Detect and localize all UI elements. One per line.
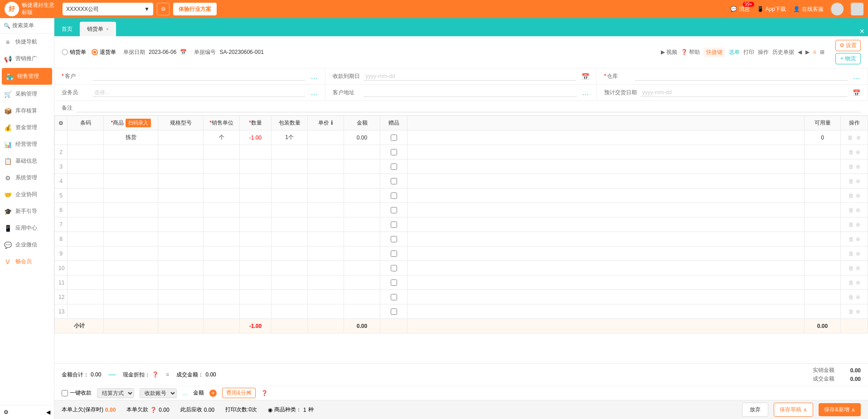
sidebar-item-member[interactable]: V 畅会员 [0,253,54,270]
row2-delete-icon[interactable]: 🗑 [849,149,854,155]
expense-button[interactable]: 费用&分摊 [222,388,256,398]
row5-delete-icon[interactable]: 🗑 [849,193,854,199]
sidebar-search[interactable]: 🔍 搜索菜单 [0,18,54,34]
save-draft-button[interactable]: 保存草稿 ∧ [774,403,813,417]
radio-return[interactable]: 退货单 [92,48,116,56]
sidebar-item-sales[interactable]: 🏪 销售管理 [2,68,52,85]
row1-gift-checkbox[interactable] [391,135,397,141]
customer-input[interactable] [92,72,305,81]
row4-delete-icon[interactable]: 🗑 [849,178,854,184]
avatar[interactable] [831,3,844,15]
row8-gift-checkbox[interactable] [391,236,397,242]
payment-method-select[interactable]: 结算方式 [97,388,134,398]
sidebar-collapse-icon[interactable]: ◀ [46,409,50,415]
row3-gift-checkbox[interactable] [391,164,397,170]
row3-delete-icon[interactable]: 🗑 [849,164,854,170]
row11-delete-icon[interactable]: 🗑 [849,279,854,286]
sidebar-item-quick-nav[interactable]: ≡ 快捷导航 [0,34,54,50]
row2-copy-icon[interactable]: ⊕ [856,149,860,155]
message-button[interactable]: 💬 消息 99+ [730,5,750,13]
help-btn[interactable]: ❓ 帮助 [681,48,700,56]
print-btn[interactable]: 打印 [743,48,754,56]
row1-qty[interactable]: -1.00 [240,130,272,145]
delivery-date-calendar-icon[interactable]: 📅 [853,89,860,96]
row9-delete-icon[interactable]: 🗑 [849,250,854,257]
row7-delete-icon[interactable]: 🗑 [849,222,854,228]
row10-delete-icon[interactable]: 🗑 [849,265,854,271]
save-new-button[interactable]: 保存&新增 ∧ [819,403,861,416]
add-payment-button[interactable]: + [209,390,217,397]
row6-delete-icon[interactable]: 🗑 [849,207,854,213]
delivery-date-input[interactable] [640,88,847,97]
payment-account-select[interactable]: 收款账号 [140,388,177,398]
sidebar-item-system[interactable]: ⚙ 系统管理 [0,169,54,186]
row11-gift-checkbox[interactable] [391,279,397,286]
app-download-button[interactable]: 📱 App下载 [757,5,786,13]
online-service-button[interactable]: 👤 在线客服 [793,5,824,13]
note-input[interactable] [76,104,861,112]
sidebar-item-wechat[interactable]: 💬 企业微信 [0,236,54,253]
row13-delete-icon[interactable]: 🗑 [849,308,854,315]
expense-help-icon[interactable]: ❓ [261,390,268,396]
company-selector[interactable]: XXXXXX公司 ▼ [63,3,153,15]
scan-button[interactable]: 扫码录入 [126,119,151,127]
logistics-button[interactable]: + 物流 [835,53,861,64]
sidebar-item-operations[interactable]: 📊 经营管理 [0,136,54,153]
arrears-question[interactable]: ❓ [150,407,157,413]
tab-close-icon[interactable]: × [106,27,109,32]
row1-delete-icon[interactable]: 🗑 [848,135,853,141]
user-menu[interactable] [851,3,863,15]
shortcut-btn[interactable]: 快捷键 [703,48,725,57]
due-date-calendar-icon[interactable]: 📅 [582,73,589,80]
row5-gift-checkbox[interactable] [391,193,397,199]
row7-gift-checkbox[interactable] [391,222,397,228]
row10-gift-checkbox[interactable] [391,265,397,271]
radio-sale[interactable]: 销货单 [62,48,86,56]
row1-price[interactable] [308,130,344,145]
tab-close-all[interactable]: × [859,27,868,36]
salesperson-dots-icon[interactable]: … [310,89,318,97]
sidebar-item-purchase[interactable]: 🛒 采购管理 [0,86,54,102]
sidebar-item-basic-info[interactable]: 📋 基础信息 [0,153,54,169]
one-click-payment[interactable]: 一键收款 [62,389,92,397]
doc-settings-button[interactable]: ⚙ 设置 [835,40,861,51]
row5-copy-icon[interactable]: ⊕ [856,193,860,199]
row4-gift-checkbox[interactable] [391,178,397,184]
nav-right-icon[interactable]: ▶ [805,49,810,55]
row13-copy-icon[interactable]: ⊕ [856,308,860,315]
sidebar-item-finance[interactable]: 💰 资金管理 [0,119,54,136]
warehouse-input[interactable]: 建材仓 [635,72,848,81]
salesperson-input[interactable] [92,88,305,97]
address-dots-icon[interactable]: … [582,89,589,97]
row8-copy-icon[interactable]: ⊕ [856,236,860,242]
row10-copy-icon[interactable]: ⊕ [856,265,860,271]
video-btn[interactable]: ▶ 视频 [661,48,677,56]
due-date-input[interactable] [364,72,576,81]
question-icon[interactable]: ❓ [152,371,159,378]
row1-gift[interactable] [380,130,407,145]
row6-gift-checkbox[interactable] [391,207,397,213]
row11-copy-icon[interactable]: ⊕ [856,279,860,286]
row12-gift-checkbox[interactable] [391,294,397,300]
settings-icon[interactable]: ⚙ [157,3,170,15]
one-click-checkbox[interactable] [62,390,68,396]
row8-delete-icon[interactable]: 🗑 [849,236,854,242]
row9-gift-checkbox[interactable] [391,250,397,257]
sidebar-item-marketing[interactable]: 📢 营销推广 [0,50,54,67]
sidebar-item-app-center[interactable]: 📱 应用中心 [0,220,54,236]
row1-amount[interactable]: 0.00 [344,130,380,145]
customer-dots-icon[interactable]: … [310,72,318,81]
row1-product[interactable]: 拣货 [104,130,158,145]
tab-sale-order[interactable]: 销货单 × [80,22,116,36]
row13-gift-checkbox[interactable] [391,308,397,315]
sidebar-item-guide[interactable]: 🎓 新手引导 [0,203,54,220]
sidebar-settings-icon[interactable]: ⚙ [4,409,9,415]
row1-spec[interactable] [158,130,204,145]
sidebar-item-inventory[interactable]: 📦 库存核算 [0,102,54,119]
nav-left-icon[interactable]: ◀ [798,49,802,55]
row9-copy-icon[interactable]: ⊕ [856,250,860,257]
calendar-icon[interactable]: 📅 [180,49,187,55]
row2-gift-checkbox[interactable] [391,149,397,155]
trial-button[interactable]: 体验行业方案 [173,3,217,15]
view-list-icon[interactable]: ≡ [813,49,816,55]
